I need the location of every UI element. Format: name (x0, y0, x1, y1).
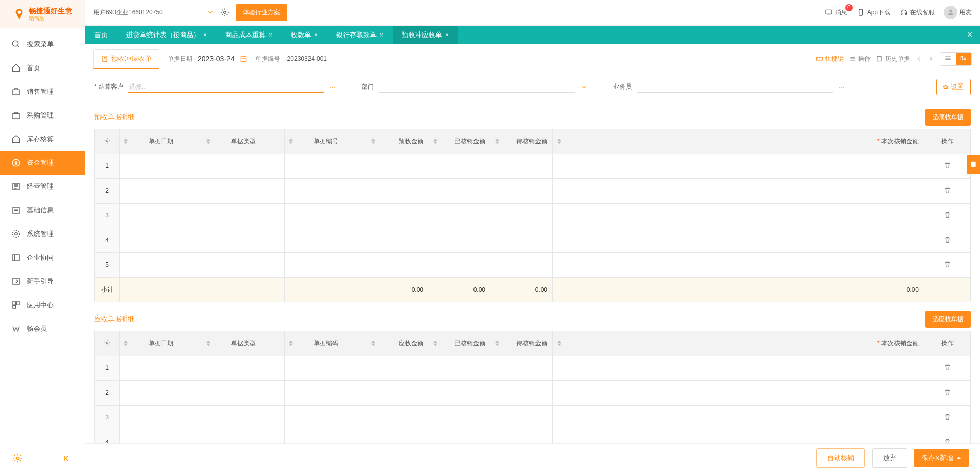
app-label: App下载 (867, 8, 890, 17)
chevron-right-icon[interactable] (927, 55, 935, 62)
user-menu[interactable]: 用友 (944, 6, 972, 19)
table-row[interactable]: 4 (95, 228, 971, 252)
col-amt[interactable]: 预收金额 (367, 129, 429, 154)
svg-rect-15 (859, 9, 862, 15)
calendar-icon[interactable] (240, 55, 247, 62)
sidebar-item-member[interactable]: 畅会员 (0, 317, 85, 341)
delete-row[interactable] (924, 380, 971, 405)
sidebar-item-label: 系统管理 (27, 229, 54, 239)
tab-home[interactable]: 首页 (85, 26, 117, 44)
col-date[interactable]: 单据日期 (120, 129, 202, 154)
sidebar-item-finance[interactable]: 资金管理 (0, 151, 85, 175)
col-code[interactable]: 单据编码 (285, 331, 367, 356)
sidebar-item-sales[interactable]: 销售管理 (0, 80, 85, 104)
history-link[interactable]: 历史单据 (876, 55, 910, 63)
col-gear[interactable] (95, 331, 120, 356)
sidebar-item-home[interactable]: 首页 (0, 56, 85, 80)
sidebar-item-search[interactable]: 搜索菜单 (0, 32, 85, 56)
table-row[interactable]: 3 (95, 203, 971, 228)
tabs-close-all[interactable]: × (959, 26, 980, 44)
col-amt[interactable]: 应收金额 (367, 331, 429, 356)
svg-point-22 (106, 140, 108, 142)
company-select[interactable]: 用户690企业1660120750 (93, 8, 214, 17)
view-toggle (940, 52, 972, 66)
sidebar-item-operation[interactable]: 经营管理 (0, 175, 85, 198)
customer-service[interactable]: 在线客服 (900, 8, 935, 17)
delete-row[interactable] (924, 228, 971, 252)
col-code[interactable]: 单据编号 (285, 129, 367, 154)
close-icon[interactable]: × (380, 31, 383, 39)
delete-row[interactable] (924, 405, 971, 430)
table-row[interactable]: 2 (95, 178, 971, 203)
chevron-left-icon[interactable] (915, 55, 922, 62)
sidebar-item-basic[interactable]: 基础信息 (0, 198, 85, 222)
messages-button[interactable]: 消息 6 (825, 8, 847, 17)
col-type[interactable]: 单据类型 (202, 129, 285, 154)
close-icon[interactable]: × (203, 31, 207, 39)
emp-more[interactable]: ⋯ (838, 83, 844, 91)
cta-button[interactable]: 体验行业方案 (236, 4, 287, 21)
close-icon[interactable]: × (269, 31, 272, 39)
sidebar-item-label: 应用中心 (27, 300, 54, 310)
delete-row[interactable] (924, 252, 971, 277)
sidebar-item-label: 采购管理 (27, 111, 54, 120)
view-card[interactable] (956, 53, 971, 65)
dept-input[interactable] (379, 81, 575, 93)
col-date[interactable]: 单据日期 (120, 331, 202, 356)
doc-date-value[interactable]: 2023-03-24 (198, 55, 235, 63)
delete-row[interactable] (924, 356, 971, 380)
svg-point-13 (224, 11, 226, 14)
shortcut-link[interactable]: 快捷键 (816, 55, 844, 63)
customer-more[interactable]: ⋯ (330, 83, 336, 91)
col-this[interactable]: 本次核销金额 (553, 331, 924, 356)
col-type[interactable]: 单据类型 (202, 331, 285, 356)
tab-receipt[interactable]: 收款单× (282, 26, 327, 44)
close-icon[interactable]: × (314, 31, 318, 39)
tab-cost-recalc[interactable]: 商品成本重算× (216, 26, 282, 44)
tab-bank[interactable]: 银行存取款单× (327, 26, 393, 44)
app-download[interactable]: App下载 (857, 8, 890, 17)
auto-offset-button[interactable]: 自动核销 (816, 448, 865, 468)
chevron-down-icon[interactable] (580, 83, 587, 91)
right-drawer-tab[interactable] (967, 155, 980, 174)
emp-input[interactable] (637, 81, 833, 93)
doc-type-tab[interactable]: 预收冲应收单 (93, 49, 159, 69)
sec1-title: 预收单据明细 (94, 112, 135, 122)
sidebar-item-guide[interactable]: 新手引导 (0, 269, 85, 293)
doc-tab-label: 预收冲应收单 (111, 54, 152, 63)
col-gear[interactable] (95, 129, 120, 154)
close-icon[interactable]: × (445, 31, 449, 39)
col-done[interactable]: 已核销金额 (429, 129, 491, 154)
tab-prepay-offset[interactable]: 预收冲应收单× (393, 26, 458, 44)
gear-icon[interactable] (220, 8, 230, 17)
table-row[interactable]: 1 (95, 356, 971, 380)
delete-row[interactable] (924, 178, 971, 203)
select-receivable-button[interactable]: 选应收单据 (925, 311, 971, 328)
sidebar-item-purchase[interactable]: 采购管理 (0, 104, 85, 127)
discard-button[interactable]: 放弃 (872, 448, 907, 468)
save-add-button[interactable]: 保存&新增 (914, 449, 969, 467)
select-prepay-button[interactable]: 选预收单据 (925, 109, 971, 126)
operate-link[interactable]: 操作 (849, 55, 871, 63)
settings-button[interactable]: ✿ 设置 (936, 79, 971, 95)
tab-purchase-report[interactable]: 进货单统计表（按商品）× (117, 26, 216, 44)
company-name: 用户690企业1660120750 (93, 8, 202, 17)
col-pend[interactable]: 待核销金额 (491, 129, 553, 154)
delete-row[interactable] (924, 154, 971, 178)
sidebar-item-collab[interactable]: 企业协同 (0, 246, 85, 269)
sidebar-item-system[interactable]: 系统管理 (0, 222, 85, 246)
col-this[interactable]: 本次核销金额 (553, 129, 924, 154)
customer-input[interactable] (128, 81, 324, 93)
sidebar-item-inventory[interactable]: 库存核算 (0, 127, 85, 151)
delete-row[interactable] (924, 203, 971, 228)
col-pend[interactable]: 待核销金额 (491, 331, 553, 356)
view-list[interactable] (940, 53, 956, 65)
table-row[interactable]: 1 (95, 154, 971, 178)
table-row[interactable]: 2 (95, 380, 971, 405)
col-done[interactable]: 已核销金额 (429, 331, 491, 356)
sidebar-item-apps[interactable]: 应用中心 (0, 293, 85, 317)
collapse-icon[interactable] (62, 453, 72, 463)
table-row[interactable]: 5 (95, 252, 971, 277)
table-row[interactable]: 3 (95, 405, 971, 430)
settings-icon[interactable] (12, 453, 23, 463)
